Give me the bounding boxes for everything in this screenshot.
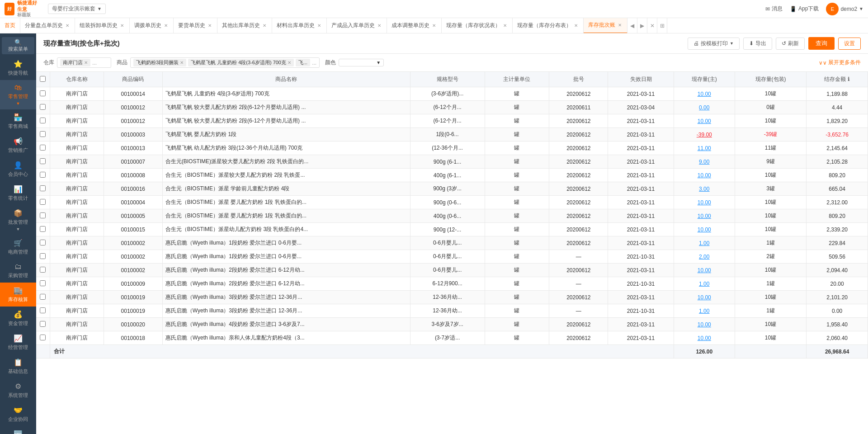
sidebar-item-ecommerce[interactable]: 🛒 电商管理 (0, 235, 36, 259)
sidebar-item-basic-info[interactable]: 📋 基础信息 (0, 354, 36, 378)
td-check[interactable] (36, 114, 50, 128)
td-check[interactable] (36, 142, 50, 155)
tab-close-icon[interactable]: ✕ (119, 23, 125, 28)
refresh-btn[interactable]: ↺ 刷新 (776, 38, 805, 50)
tab-home[interactable]: 首页 (0, 18, 20, 33)
tab-inventory-status[interactable]: 现存量（库存状况表）✕ (442, 18, 513, 33)
tab-close-icon[interactable]: ✕ (207, 23, 212, 28)
product-tag-close-1[interactable]: ✕ (180, 60, 184, 65)
tab-close-icon[interactable]: ✕ (65, 23, 70, 28)
td-qty-main[interactable]: 11.00 (674, 142, 735, 155)
td-qty-main[interactable]: 9.00 (674, 155, 735, 169)
td-check[interactable] (36, 223, 50, 236)
td-check[interactable] (36, 87, 50, 101)
td-qty-main[interactable]: 10.00 (674, 114, 735, 128)
td-check[interactable] (36, 291, 50, 304)
td-qty-main[interactable]: 10.00 (674, 331, 735, 345)
td-check[interactable] (36, 155, 50, 169)
td-check[interactable] (36, 182, 50, 196)
td-check[interactable] (36, 304, 50, 318)
export-btn[interactable]: ⬇ 导出 (743, 38, 772, 50)
td-qty-main[interactable]: 1.00 (674, 277, 735, 291)
tab-expand[interactable]: ⊞ (657, 18, 667, 33)
td-qty-main[interactable]: 2.00 (674, 250, 735, 264)
filter-more-dots[interactable]: ... (92, 60, 97, 66)
td-qty-main[interactable]: 10.00 (674, 318, 735, 331)
tab-batch-account[interactable]: 库存批次账 ✕ (584, 18, 627, 33)
sidebar-item-wholesale[interactable]: 📦 批发管理 ▼ (0, 205, 36, 235)
expand-filter-btn[interactable]: ∨∨ 展开更多条件 (819, 59, 861, 66)
td-qty-main[interactable]: 10.00 (674, 291, 735, 304)
sidebar-item-marketing[interactable]: 📢 营销推广 (0, 133, 36, 157)
user-avatar[interactable]: E demo2 ▼ (826, 3, 863, 15)
sidebar-item-purchase[interactable]: 🗂 采购管理 (0, 259, 36, 283)
app-download-btn[interactable]: 📱 App下载 (790, 5, 819, 13)
tab-product-in-history[interactable]: 产成品入库单历史 ✕ (327, 18, 387, 33)
tab-outbound-history[interactable]: 其他出库单历史 ✕ (217, 18, 272, 33)
sidebar-item-collab[interactable]: 🤝 企业协同 (0, 402, 36, 426)
td-qty-main[interactable]: 10.00 (674, 264, 735, 277)
row-checkbox[interactable] (40, 226, 46, 232)
row-checkbox[interactable] (40, 199, 46, 205)
row-checkbox[interactable] (40, 267, 46, 273)
row-checkbox[interactable] (40, 131, 46, 137)
td-qty-main[interactable]: 10.00 (674, 209, 735, 223)
tab-close-icon[interactable]: ✕ (163, 23, 169, 28)
tab-assemble-history[interactable]: 组装拆卸单历史 ✕ (75, 18, 130, 33)
td-qty-main[interactable]: 10.00 (674, 169, 735, 182)
row-checkbox[interactable] (40, 118, 46, 123)
sidebar-item-member[interactable]: 👤 会员中心 (0, 157, 36, 181)
td-check[interactable] (36, 277, 50, 291)
tab-material-history[interactable]: 材料出库单历史 ✕ (272, 18, 327, 33)
sidebar-item-operations[interactable]: 📈 经营管理 (0, 330, 36, 354)
sidebar-item-inventory[interactable]: 🏬 库存核算 (0, 283, 36, 307)
warehouse-filter-tags[interactable]: 南岸门店 ✕ ... (57, 57, 111, 68)
tab-close-icon[interactable]: ✕ (573, 23, 579, 28)
th-check[interactable] (36, 72, 50, 87)
td-check[interactable] (36, 169, 50, 182)
row-checkbox[interactable] (40, 172, 46, 178)
search-menu-btn[interactable]: 🔍 搜索菜单 (2, 37, 34, 54)
row-checkbox[interactable] (40, 321, 46, 327)
settings-btn[interactable]: 设置 (838, 38, 861, 50)
tab-close-icon[interactable]: ✕ (617, 22, 623, 28)
row-checkbox[interactable] (40, 307, 46, 313)
select-all-checkbox[interactable] (40, 76, 46, 82)
sidebar-item-finance[interactable]: 💰 资金管理 (0, 307, 36, 330)
print-btn[interactable]: 🖨 按模板打印 ▼ (688, 38, 740, 50)
td-check[interactable] (36, 101, 50, 114)
tab-close-icon[interactable]: ✕ (316, 23, 322, 28)
td-qty-main[interactable]: 3.00 (674, 182, 735, 196)
row-checkbox[interactable] (40, 212, 46, 218)
sidebar-item-retail-stats[interactable]: 📊 零售统计 (0, 181, 36, 205)
row-checkbox[interactable] (40, 90, 46, 96)
tag-close-icon[interactable]: ✕ (84, 60, 88, 65)
sidebar-item-online-shop[interactable]: 🏪 零售商城 (0, 109, 36, 133)
row-checkbox[interactable] (40, 145, 46, 151)
tab-close-icon[interactable]: ✕ (502, 23, 508, 28)
sidebar-item-system[interactable]: ⚙ 系统管理 (0, 378, 36, 402)
tab-transfer-history[interactable]: 调拨单历史 ✕ (130, 18, 174, 33)
message-btn[interactable]: ✉ 消息 (765, 5, 783, 13)
td-check[interactable] (36, 264, 50, 277)
td-qty-main[interactable]: 1.00 (674, 304, 735, 318)
tab-close-icon[interactable]: ✕ (377, 23, 382, 28)
td-qty-main[interactable]: -39.00 (674, 128, 735, 142)
tab-inventory-dist[interactable]: 现存量（库存分布表）✕ (513, 18, 584, 33)
tab-close-icon[interactable]: ✕ (431, 23, 437, 28)
td-qty-main[interactable]: 10.00 (674, 87, 735, 101)
td-qty-main[interactable]: 10.00 (674, 223, 735, 236)
row-checkbox[interactable] (40, 240, 46, 245)
tab-nav-prev[interactable]: ◀ (627, 18, 637, 33)
td-check[interactable] (36, 318, 50, 331)
color-filter-tags[interactable]: ▼ (339, 59, 384, 66)
tab-close-icon[interactable]: ✕ (262, 23, 267, 28)
tab-close-all[interactable]: ✕ (647, 18, 657, 33)
tab-inventory-history[interactable]: 分量盘点单历史 ✕ (20, 18, 75, 33)
tab-nav-next[interactable]: ▶ (637, 18, 647, 33)
product-filter-tags[interactable]: 飞鹤奶粉3段同捆装 ✕ 飞鹤星飞帆 儿童奶粉 4段(3-6岁适用) 700克 ✕… (130, 57, 320, 68)
row-checkbox[interactable] (40, 185, 46, 191)
sidebar-item-retail[interactable]: 🛍 零售管理 ▼ (0, 80, 36, 109)
td-check[interactable] (36, 236, 50, 250)
product-tag-close-2[interactable]: ✕ (288, 60, 291, 65)
